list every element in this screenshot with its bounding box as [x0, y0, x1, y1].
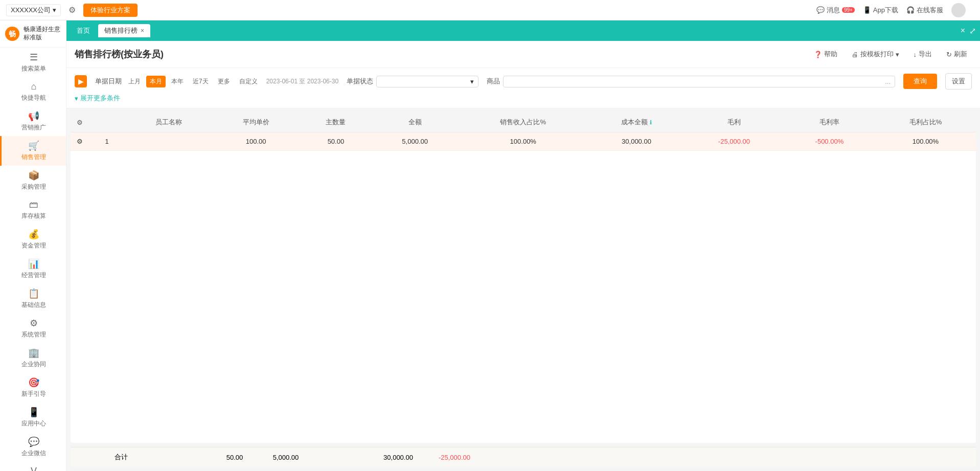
date-btn-current-year[interactable]: 本年: [168, 76, 187, 87]
refresh-label: 刷新: [954, 50, 967, 59]
filter-row: ▶ 单据日期 上月 本月 本年 近7天 更多 自定义 2023-06-01 至 …: [75, 73, 972, 89]
home-icon: ⌂: [31, 81, 37, 92]
logo-text: 畅康通好生意 标准版: [24, 26, 60, 41]
sidebar-item-label: 快捷导航: [21, 94, 46, 102]
date-btn-7days[interactable]: 近7天: [189, 76, 212, 87]
col-profit: 毛利: [685, 113, 784, 132]
cell-sales-pct: 100.00%: [458, 132, 588, 151]
query-button[interactable]: 查询: [903, 74, 937, 89]
help-label: 帮助: [824, 50, 837, 59]
sidebar-item-sales[interactable]: 🛒 销售管理: [0, 136, 66, 166]
sidebar-item-label: 销售管理: [21, 153, 46, 162]
footer-quantity: 50.00: [212, 454, 258, 461]
date-btn-custom[interactable]: 自定义: [236, 76, 261, 87]
company-selector[interactable]: XXXXXX公司 ▾: [6, 4, 61, 16]
print-chevron-icon: ▾: [896, 51, 899, 58]
chevron-down-icon: ▾: [75, 95, 78, 102]
sidebar-item-marketing[interactable]: 📢 营销推广: [0, 106, 66, 136]
goods-input[interactable]: ...: [503, 76, 895, 87]
filter-toggle-icon[interactable]: ▶: [75, 75, 87, 87]
goods-more-icon: ...: [885, 78, 891, 85]
date-btn-prev-month[interactable]: 上月: [125, 76, 144, 87]
sidebar-item-inventory[interactable]: 🗃 库存核算: [0, 195, 66, 225]
logo-line1: 畅康通好生意: [24, 26, 60, 34]
member-icon: V: [31, 466, 37, 471]
date-btn-more[interactable]: 更多: [214, 76, 234, 87]
expand-icon[interactable]: ⤢: [969, 26, 976, 36]
tab-home[interactable]: 首页: [71, 24, 96, 37]
help-button[interactable]: ❓ 帮助: [809, 47, 842, 61]
settings-icon[interactable]: ⚙: [65, 3, 79, 17]
col-settings[interactable]: ⚙: [71, 113, 89, 132]
cell-profit-pct: 100.00%: [875, 132, 976, 151]
finance-icon: 💰: [28, 229, 39, 240]
table-row: ⚙ 1 100.00 50.00 5,000.00 100.00% 30,000…: [71, 132, 976, 151]
minimize-icon[interactable]: ×: [961, 26, 965, 35]
message-button[interactable]: 💬 消息 99+: [816, 6, 855, 15]
export-button[interactable]: ↓ 导出: [909, 47, 937, 61]
sidebar-logo: 畅 畅康通好生意 标准版: [0, 20, 66, 48]
print-label: 按模板打印: [860, 50, 894, 59]
cell-quantity: 50.00: [300, 132, 372, 151]
table-header: ⚙ 员工名称 平均单价 主数量 全额 销售收入占比% 成本全额 ℹ 毛利 毛利率…: [71, 113, 976, 132]
sidebar-item-label: 库存核算: [21, 212, 46, 220]
data-table: ⚙ 员工名称 平均单价 主数量 全额 销售收入占比% 成本全额 ℹ 毛利 毛利率…: [71, 113, 976, 151]
refresh-button[interactable]: ↻ 刷新: [942, 47, 972, 61]
page-title: 销售排行榜(按业务员): [75, 48, 164, 60]
expand-conditions-button[interactable]: ▾ 展开更多条件: [75, 94, 972, 103]
sidebar-item-operations[interactable]: 📊 经营管理: [0, 254, 66, 284]
sidebar-item-member[interactable]: V 畅会员: [0, 462, 66, 471]
sidebar-item-basic-info[interactable]: 📋 基础信息: [0, 284, 66, 313]
avatar[interactable]: [951, 3, 966, 17]
tab-sales-ranking[interactable]: 销售排行榜 ×: [98, 24, 150, 37]
tab-close-icon[interactable]: ×: [141, 27, 144, 34]
table-wrapper: ⚙ 员工名称 平均单价 主数量 全额 销售收入占比% 成本全额 ℹ 毛利 毛利率…: [71, 113, 976, 443]
status-filter: 单据状态 ▾: [347, 76, 478, 87]
sidebar-item-label: 营销推广: [21, 123, 46, 132]
sidebar-item-wechat[interactable]: 💬 企业微信: [0, 432, 66, 462]
cell-settings[interactable]: ⚙: [71, 132, 89, 151]
sidebar-item-quick-nav[interactable]: ⌂ 快捷导航: [0, 77, 66, 106]
expand-label: 展开更多条件: [80, 94, 120, 103]
sidebar-item-label: 应用中心: [21, 419, 46, 428]
footer-label: 合计: [115, 453, 166, 462]
main-layout: 畅 畅康通好生意 标准版 ☰ 搜索菜单 ⌂ 快捷导航 📢 营销推广 🛒 销售管理…: [0, 20, 980, 471]
cost-info-icon[interactable]: ℹ: [650, 119, 652, 125]
operations-icon: 📊: [28, 258, 39, 270]
sidebar-item-app-center[interactable]: 📱 应用中心: [0, 402, 66, 432]
sidebar-item-label: 新手引导: [21, 390, 46, 398]
sidebar-item-purchase[interactable]: 📦 采购管理: [0, 166, 66, 195]
sidebar-item-system[interactable]: ⚙ 系统管理: [0, 313, 66, 343]
sidebar-item-label: 基础信息: [21, 301, 46, 309]
date-range: 2023-06-01 至 2023-06-30: [266, 77, 338, 86]
company-name: XXXXXX公司: [11, 6, 51, 15]
date-btn-current-month[interactable]: 本月: [146, 76, 166, 87]
date-label: 单据日期: [95, 77, 122, 86]
print-button[interactable]: 🖨 按模板打印 ▾: [847, 47, 904, 61]
trial-button[interactable]: 体验行业方案: [83, 4, 138, 17]
sidebar-item-label: 采购管理: [21, 183, 46, 191]
sidebar-item-guide[interactable]: 🎯 新手引导: [0, 373, 66, 402]
service-label: 在线客服: [917, 6, 943, 15]
app-label: App下载: [873, 6, 898, 15]
online-service-button[interactable]: 🎧 在线客服: [906, 6, 943, 15]
cell-cost: 30,000.00: [588, 132, 685, 151]
cell-name: [125, 132, 212, 151]
cell-avg-price: 100.00: [212, 132, 300, 151]
print-icon: 🖨: [852, 51, 858, 58]
app-download-button[interactable]: 📱 App下载: [863, 6, 898, 15]
filter-area: ▶ 单据日期 上月 本月 本年 近7天 更多 自定义 2023-06-01 至 …: [66, 68, 980, 108]
tab-bar: 首页 销售排行榜 × × ⤢: [66, 20, 980, 41]
guide-icon: 🎯: [28, 377, 39, 388]
sidebar-item-finance[interactable]: 💰 资金管理: [0, 225, 66, 254]
settings-button[interactable]: 设置: [945, 73, 972, 89]
sidebar-item-label: 资金管理: [21, 241, 46, 250]
page-content: 销售排行榜(按业务员) ❓ 帮助 🖨 按模板打印 ▾ ↓ 导出: [66, 41, 980, 471]
header-actions: ❓ 帮助 🖨 按模板打印 ▾ ↓ 导出 ↻ 刷新: [809, 47, 972, 61]
top-bar-right: 💬 消息 99+ 📱 App下载 🎧 在线客服: [816, 3, 974, 17]
sidebar-item-search[interactable]: ☰ 搜索菜单: [0, 48, 66, 77]
status-select[interactable]: ▾: [376, 76, 478, 87]
footer-profit: -25,000.00: [426, 454, 483, 461]
message-badge: 99+: [842, 7, 855, 13]
sidebar-item-enterprise[interactable]: 🏢 企业协同: [0, 343, 66, 373]
